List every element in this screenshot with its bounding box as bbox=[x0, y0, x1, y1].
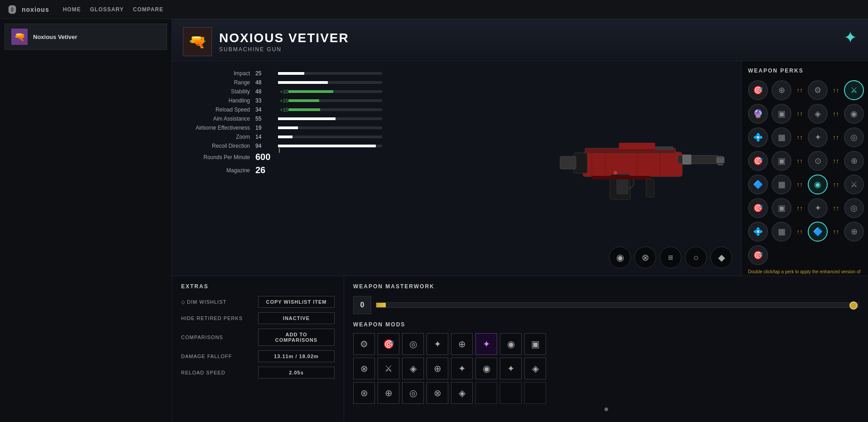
perk-arrow-0-4: ↑↑ bbox=[831, 80, 840, 100]
stat-value: 26 bbox=[255, 165, 278, 175]
mod-slot-17[interactable]: ⊕ bbox=[378, 382, 399, 404]
perks-title: WEAPON PERKS bbox=[748, 68, 862, 74]
perk-icon-2-3[interactable]: ✦ bbox=[808, 127, 828, 147]
nav-glossary[interactable]: GLOSSARY bbox=[90, 5, 124, 15]
perk-icon-4-3[interactable]: ◉ bbox=[808, 175, 828, 194]
mod-slot-15[interactable]: ◈ bbox=[524, 358, 546, 379]
nav-home[interactable]: HOME bbox=[63, 5, 81, 15]
mod-slot-8[interactable]: ⊗ bbox=[353, 358, 375, 379]
perk-icon-1-3[interactable]: ◈ bbox=[808, 104, 828, 124]
perks-row-1: 🔮▣↑↑◈↑↑◉ bbox=[748, 104, 862, 124]
bottom-icon-3[interactable]: ○ bbox=[685, 247, 707, 268]
perk-icon-1-0[interactable]: 🔮 bbox=[748, 104, 768, 124]
sidebar-weapon-icon: 🔫 bbox=[11, 29, 28, 45]
bottom-icon-0[interactable]: ◉ bbox=[609, 247, 631, 268]
perk-icon-3-0[interactable]: 🎯 bbox=[748, 151, 768, 171]
perk-icon-3-5[interactable]: ⊕ bbox=[844, 151, 864, 171]
mod-slot-13[interactable]: ◉ bbox=[475, 358, 497, 379]
perk-icon-4-5[interactable]: ⚔ bbox=[844, 175, 864, 194]
mod-slot-20[interactable]: ◈ bbox=[451, 382, 473, 404]
perk-icon-1-1[interactable]: ▣ bbox=[772, 104, 791, 124]
nav-compare[interactable]: COMPARE bbox=[133, 5, 163, 15]
stat-label: Magazine bbox=[183, 167, 255, 174]
extras-btn-0[interactable]: COPY WISHLIST ITEM bbox=[258, 296, 335, 308]
mod-slot-21[interactable] bbox=[475, 382, 497, 404]
sidebar: 🔫 Noxious Vetiver bbox=[0, 19, 172, 422]
perk-icon-0-1[interactable]: ⊕ bbox=[772, 80, 791, 100]
perk-icon-0-5[interactable]: ⚔ bbox=[844, 80, 864, 100]
bottom-icon-2[interactable]: ≡ bbox=[660, 247, 681, 268]
stat-row: Impact25 bbox=[183, 70, 382, 77]
perk-icon-2-5[interactable]: ◎ bbox=[844, 127, 864, 147]
perk-icon-1-5[interactable]: ◉ bbox=[844, 104, 864, 124]
mod-slot-3[interactable]: ✦ bbox=[427, 333, 448, 355]
sidebar-item-weapon[interactable]: 🔫 Noxious Vetiver bbox=[5, 24, 167, 50]
mod-slot-2[interactable]: ◎ bbox=[402, 333, 424, 355]
recoil-tick bbox=[279, 148, 280, 153]
extras-title: EXTRAS bbox=[181, 283, 335, 290]
perk-icon-6-5[interactable]: ⊕ bbox=[844, 222, 864, 242]
perk-icon-3-1[interactable]: ▣ bbox=[772, 151, 791, 171]
perk-icon-0-0[interactable]: 🎯 bbox=[748, 80, 768, 100]
stat-bonus: +15 bbox=[280, 98, 288, 103]
weapon-title: NOXIOUS VETIVER bbox=[219, 31, 349, 45]
extras-btn-3[interactable]: 13.11m / 18.02m bbox=[258, 350, 335, 362]
perk-icon-2-0[interactable]: 💠 bbox=[748, 127, 768, 147]
perk-icon-4-0[interactable]: 🔷 bbox=[748, 175, 768, 194]
stat-bar bbox=[278, 126, 298, 129]
extras-rows: ◇ DIM WISHLISTCOPY WISHLIST ITEMHIDE RET… bbox=[181, 296, 335, 378]
mod-slot-0[interactable]: ⚙ bbox=[353, 333, 375, 355]
perk-icon-4-1[interactable]: ▦ bbox=[772, 175, 791, 194]
mod-slot-14[interactable]: ✦ bbox=[500, 358, 522, 379]
perk-icon-2-1[interactable]: ▦ bbox=[772, 127, 791, 147]
perk-arrow-6-2: ↑↑ bbox=[795, 222, 804, 242]
perk-icon-0-3[interactable]: ⚙ bbox=[808, 80, 828, 100]
perk-arrow-2-2: ↑↑ bbox=[795, 127, 804, 147]
extras-btn-2[interactable]: ADD TO COMPARISONS bbox=[258, 329, 335, 346]
mod-slot-11[interactable]: ⊕ bbox=[427, 358, 448, 379]
perk-icon-7-0[interactable]: 🎯 bbox=[748, 245, 768, 265]
mod-slot-1[interactable]: 🎯 bbox=[378, 333, 399, 355]
mod-slot-23[interactable] bbox=[524, 382, 546, 404]
perk-icon-3-3[interactable]: ⊙ bbox=[808, 151, 828, 171]
extras-masterwork-row: EXTRAS ◇ DIM WISHLISTCOPY WISHLIST ITEMH… bbox=[172, 276, 868, 422]
mod-slot-16[interactable]: ⊛ bbox=[353, 382, 375, 404]
weapon-star-icon[interactable]: ✦ bbox=[844, 28, 857, 47]
perk-icon-5-3[interactable]: ✦ bbox=[808, 198, 828, 218]
stat-value: 48 bbox=[255, 79, 278, 86]
stat-bar-container bbox=[278, 72, 382, 75]
mod-slot-6[interactable]: ◉ bbox=[500, 333, 522, 355]
mod-slot-5[interactable]: ✦ bbox=[475, 333, 497, 355]
weapon-left-panel: Impact25Range48Stability48+10Handling33+… bbox=[172, 61, 741, 276]
stat-bar-container bbox=[278, 145, 382, 147]
mod-slot-7[interactable]: ▣ bbox=[524, 333, 546, 355]
perks-row-2: 💠▦↑↑✦↑↑◎ bbox=[748, 127, 862, 147]
perk-icon-5-1[interactable]: ▣ bbox=[772, 198, 791, 218]
stat-bar-container bbox=[278, 117, 382, 120]
perk-icon-6-0[interactable]: 💠 bbox=[748, 222, 768, 242]
stat-bar bbox=[288, 90, 334, 93]
mod-slot-12[interactable]: ✦ bbox=[451, 358, 473, 379]
mod-slot-4[interactable]: ⊕ bbox=[451, 333, 473, 355]
perk-icon-5-0[interactable]: 🎯 bbox=[748, 198, 768, 218]
mod-slot-9[interactable]: ⚔ bbox=[378, 358, 399, 379]
stat-value: 48 bbox=[255, 88, 278, 95]
stat-label: Airborne Effectiveness bbox=[183, 125, 255, 131]
mod-slot-18[interactable]: ◎ bbox=[402, 382, 424, 404]
extras-btn-4[interactable]: 2.05s bbox=[258, 367, 335, 378]
bottom-icon-4[interactable]: ◆ bbox=[710, 247, 732, 268]
bottom-icon-1[interactable]: ⊗ bbox=[634, 247, 656, 268]
main-layout: 🔫 Noxious Vetiver 🔫 NOXIOUS VETIVER SUBM… bbox=[0, 19, 868, 422]
weapon-icon-box: 🔫 bbox=[183, 27, 212, 56]
mod-slot-19[interactable]: ⊗ bbox=[427, 382, 448, 404]
perk-icon-5-5[interactable]: ◎ bbox=[844, 198, 864, 218]
perk-icon-6-3[interactable]: 🔷 bbox=[808, 222, 828, 242]
extras-btn-1[interactable]: INACTIVE bbox=[258, 312, 335, 324]
extras-label-1: HIDE RETIRED PERKS bbox=[181, 315, 258, 321]
stat-value: 25 bbox=[255, 70, 278, 77]
main-content: 🔫 NOXIOUS VETIVER SUBMACHINE GUN ✦ Impac… bbox=[172, 19, 868, 422]
perk-icon-6-1[interactable]: ▦ bbox=[772, 222, 791, 242]
mod-slot-10[interactable]: ◈ bbox=[402, 358, 424, 379]
extras-row-1: HIDE RETIRED PERKSINACTIVE bbox=[181, 312, 335, 324]
mod-slot-22[interactable] bbox=[500, 382, 522, 404]
